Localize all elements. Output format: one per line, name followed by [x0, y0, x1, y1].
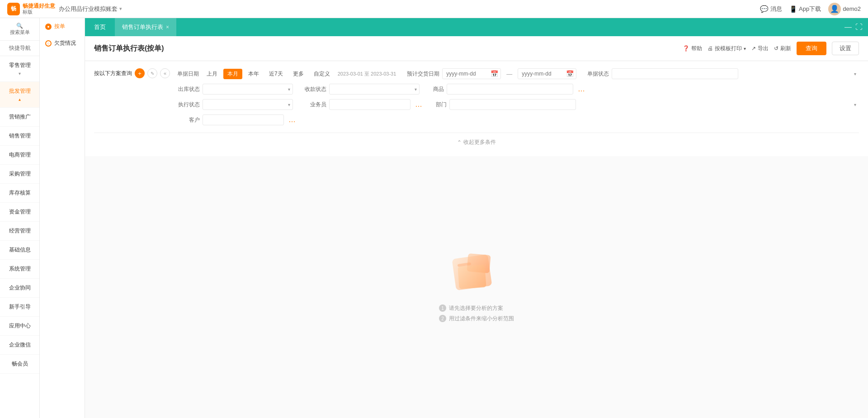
date-btn-more[interactable]: 更多 [289, 69, 308, 79]
dept-select[interactable] [449, 99, 576, 110]
sidebar: 🔍 搜索菜单 快捷导航 零售管理 ▾ 批发管理 ▴ 营销推广 销售管理 电商管理 [0, 18, 40, 418]
sidebar-item-basic[interactable]: 基础信息 [0, 241, 39, 260]
app-container: 畅 畅捷通好生意 标版 办公用品行业模拟账套 ▾ 💬 消息 📱 App下载 [0, 0, 868, 418]
print-button[interactable]: 🖨 按模板打印 ▾ [708, 45, 746, 52]
date-range-text: 2023-03-01 至 2023-03-31 [338, 71, 396, 77]
user-menu[interactable]: 👤 demo2 [828, 3, 861, 15]
tab-home[interactable]: 首页 [85, 18, 115, 36]
sub-sidebar-item-backorder[interactable]: ○ 欠货情况 [40, 35, 85, 52]
collapse-scheme-button[interactable]: « [160, 68, 170, 78]
salesperson-label: 业务员 [304, 101, 326, 109]
tab-bar-actions: — ⛶ [839, 23, 868, 31]
search-menu[interactable]: 🔍 搜索菜单 [0, 18, 39, 41]
sidebar-item-newuser[interactable]: 新手引导 [0, 298, 39, 317]
calendar-to-icon: 📅 [566, 70, 574, 77]
exec-status-select[interactable] [203, 99, 293, 110]
collect-status-select[interactable] [329, 84, 420, 95]
help-button[interactable]: ❓ 帮助 [683, 45, 702, 52]
chevron-up-icon: ▴ [19, 97, 21, 102]
sidebar-item-retail[interactable]: 零售管理 ▾ [0, 56, 39, 82]
dept-arrow-icon: ▾ [854, 102, 856, 107]
sidebar-item-appstore[interactable]: 应用中心 [0, 317, 39, 336]
refresh-button[interactable]: ↺ 刷新 [774, 45, 791, 52]
sidebar-item-sales[interactable]: 销售管理 [0, 127, 39, 146]
logo-area: 畅 畅捷通好生意 标版 [7, 3, 55, 15]
status-filter: 单据状态 ▾ [587, 68, 859, 79]
tip-num-2: 2 [439, 315, 446, 322]
sub-sidebar-item-order[interactable]: ● 按单 [40, 18, 85, 35]
salesperson-input[interactable] [329, 99, 410, 110]
tab-maximize-icon[interactable]: ⛶ [855, 23, 863, 31]
top-bar-title[interactable]: 办公用品行业模拟账套 ▾ [59, 5, 122, 13]
sidebar-item-purchase[interactable]: 采购管理 [0, 165, 39, 184]
sidebar-item-wholesale[interactable]: 批发管理 ▴ [0, 82, 39, 108]
help-icon: ❓ [683, 45, 689, 52]
sidebar-item-ecommerce[interactable]: 电商管理 [0, 146, 39, 165]
out-status-filter: 出库状态 ▾ [177, 84, 293, 95]
status-label: 单据状态 [587, 70, 609, 78]
tab-close-icon[interactable]: × [166, 24, 169, 30]
collapse-bar: ⌃ 收起更多条件 [94, 133, 859, 149]
dept-wrap: ▾ [449, 99, 859, 110]
tab-minimize-icon[interactable]: — [844, 23, 852, 31]
active-dot: ● [45, 24, 52, 30]
sidebar-item-collab[interactable]: 企业协同 [0, 279, 39, 298]
download-icon: 📱 [789, 5, 797, 13]
edit-scheme-button[interactable]: ✎ [147, 68, 157, 78]
main-layout: 🔍 搜索菜单 快捷导航 零售管理 ▾ 批发管理 ▴ 营销推广 销售管理 电商管理 [0, 18, 868, 418]
goods-more-icon[interactable]: … [578, 85, 585, 93]
app-download-button[interactable]: 📱 App下载 [789, 5, 821, 13]
date-label: 单据日期 [177, 70, 199, 78]
empty-tip-1: 1 请先选择要分析的方案 [439, 304, 514, 312]
data-area: 1 请先选择要分析的方案 2 用过滤条件来缩小分析范围 [85, 156, 868, 418]
customer-input[interactable] [203, 114, 284, 125]
date-separator: — [506, 71, 512, 77]
sidebar-item-wechat[interactable]: 企业微信 [0, 336, 39, 355]
message-button[interactable]: 💬 消息 [760, 5, 782, 13]
sidebar-item-system[interactable]: 系统管理 [0, 260, 39, 279]
logo-icon: 畅 [7, 3, 20, 15]
date-btn-last-month[interactable]: 上月 [203, 69, 222, 79]
tab-current[interactable]: 销售订单执行表 × [115, 18, 176, 36]
sidebar-item-marketing[interactable]: 营销推广 [0, 108, 39, 127]
collapse-button[interactable]: ⌃ 收起更多条件 [454, 136, 499, 149]
goods-input[interactable] [447, 84, 573, 95]
out-status-select[interactable] [203, 84, 293, 95]
chevron-down-icon: ▾ [19, 71, 21, 76]
goods-label: 商品 [430, 86, 444, 93]
query-button[interactable]: 查询 [797, 42, 826, 55]
export-icon: ↗ [751, 45, 756, 52]
filter-area: 按以下方案查询 + ✎ « 单据日期 上月 [85, 61, 868, 156]
date-btn-custom[interactable]: 自定义 [310, 69, 334, 79]
dept-label: 部门 [433, 101, 447, 109]
out-status-label: 出库状态 [177, 86, 200, 93]
customer-more-icon[interactable]: … [288, 116, 296, 124]
page-actions: ❓ 帮助 🖨 按模板打印 ▾ ↗ 导出 ↺ 刷新 [683, 42, 859, 55]
status-arrow-icon: ▾ [854, 71, 856, 76]
empty-tips: 1 请先选择要分析的方案 2 用过滤条件来缩小分析范围 [439, 304, 514, 323]
date-btn-this-month[interactable]: 本月 [223, 69, 242, 79]
quick-nav[interactable]: 快捷导航 [0, 41, 39, 56]
sidebar-item-inventory[interactable]: 库存核算 [0, 184, 39, 203]
sidebar-item-operation[interactable]: 经营管理 [0, 222, 39, 241]
date-to-wrapper: 📅 [518, 68, 576, 79]
sidebar-item-member[interactable]: 畅会员 [0, 355, 39, 374]
empty-state: 1 请先选择要分析的方案 2 用过滤条件来缩小分析范围 [439, 252, 514, 323]
settings-button[interactable]: 设置 [832, 42, 859, 55]
refresh-icon: ↺ [774, 45, 778, 52]
status-select[interactable] [612, 68, 738, 79]
sidebar-item-finance[interactable]: 资金管理 [0, 203, 39, 222]
add-scheme-button[interactable]: + [135, 68, 145, 78]
avatar: 👤 [828, 3, 841, 15]
date-btn-this-year[interactable]: 本年 [244, 69, 263, 79]
export-button[interactable]: ↗ 导出 [751, 45, 769, 52]
date-btn-7days[interactable]: 近7天 [265, 69, 287, 79]
title-arrow-icon: ▾ [119, 6, 122, 12]
salesperson-more-icon[interactable]: … [415, 100, 422, 109]
collapse-icon: ⌃ [457, 139, 462, 146]
collect-status-wrap: ▾ [329, 84, 420, 95]
exec-status-label: 执行状态 [177, 101, 200, 109]
tip-num-1: 1 [439, 304, 446, 312]
customer-label: 客户 [177, 116, 200, 124]
content-area: 首页 销售订单执行表 × — ⛶ 销售订单执行表(按单) ❓ 帮 [85, 18, 868, 418]
